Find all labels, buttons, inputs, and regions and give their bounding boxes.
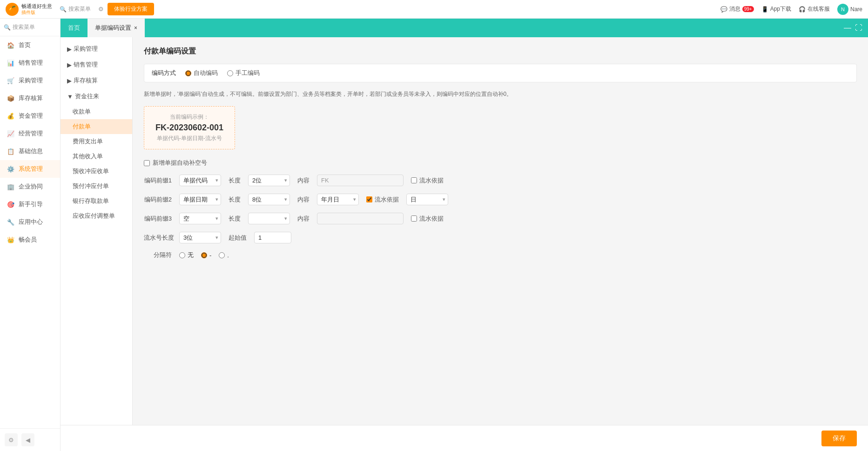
prefix1-label: 编码前缀1 [144,176,172,185]
sidebar-item-basic[interactable]: 📋 基础信息 [0,142,60,160]
chevron-right-icon: ▶ [67,61,72,68]
sub-group-inventory-title[interactable]: ▶ 库存核算 [61,73,132,88]
prefix2-select-wrapper: 单据日期 [179,194,221,205]
sidebar: 🔍 搜索菜单 🏠 首页 📊 销售管理 🛒 采购管理 📦 库存核算 💰 资金管理 … [0,19,61,451]
separator-label: 分隔符 [144,251,172,259]
message-badge: 99+ [742,6,754,12]
sub-group-purchase-title[interactable]: ▶ 采购管理 [61,41,132,57]
tab-home[interactable]: 首页 [61,19,87,37]
prefix2-content-wrapper: 年月日 [317,194,359,205]
download-item[interactable]: 📱 App下载 [761,5,791,13]
sidebar-item-guide[interactable]: 🎯 新手引导 [0,195,60,213]
sub-item-bank[interactable]: 银行存取款单 [61,194,132,209]
save-button[interactable]: 保存 [821,431,857,446]
sidebar-item-member[interactable]: 👑 畅会员 [0,231,60,249]
bottom-bar: 保存 [61,425,868,451]
sub-group-sales: ▶ 销售管理 [61,57,132,73]
prefix2-length-select[interactable]: 8位 [248,194,290,205]
app-center-icon: 🔧 [7,218,15,226]
prefix2-serial-unit-select[interactable]: 日 [406,194,448,205]
prefix1-length-wrapper: 2位 [248,175,290,186]
prefix2-serial-checkbox-input[interactable] [366,196,372,202]
sub-item-expense[interactable]: 费用支出单 [61,134,132,149]
sidebar-item-system[interactable]: ⚙️ 系统管理 [0,160,60,178]
sidebar-item-enterprise[interactable]: 🏢 企业协同 [0,178,60,195]
purchase-icon: 🛒 [7,76,15,85]
sidebar-item-finance[interactable]: 💰 资金管理 [0,107,60,125]
tab-bar: 首页 单据编码设置 × — ⛶ [61,19,868,37]
tab-minimize-button[interactable]: — [844,24,851,32]
prefix1-serial-checkbox-input[interactable] [411,177,417,183]
sidebar-settings-button[interactable]: ⚙ [5,433,18,446]
sub-item-other-income[interactable]: 其他收入单 [61,149,132,164]
separator-dash-radio[interactable]: - [201,252,211,259]
separator-dash-input[interactable] [201,252,207,258]
prefix2-content-select[interactable]: 年月日 [317,194,359,205]
manual-code-radio[interactable]: 手工编码 [227,69,260,77]
separator-none-radio[interactable]: 无 [179,251,194,259]
prefix3-select[interactable]: 空 [179,213,221,224]
sidebar-search[interactable]: 🔍 搜索菜单 [0,19,60,36]
sub-item-prepaid-offset[interactable]: 预收冲应收单 [61,164,132,179]
top-bar-left: 🍊 畅通道好生意 插件版 🔍 搜索菜单 ⚙ 体验行业方案 [6,3,154,16]
enterprise-icon: 🏢 [7,182,15,191]
settings-icon[interactable]: ⚙ [98,6,104,13]
prefix3-select-wrapper: 空 [179,213,221,224]
experience-button[interactable]: 体验行业方案 [108,3,154,15]
user-item[interactable]: N Nare [837,4,862,15]
sub-item-prepayment-offset[interactable]: 预付冲应付单 [61,179,132,194]
sub-item-receipt[interactable]: 收款单 [61,104,132,119]
separator-dot-input[interactable] [219,252,225,258]
sub-item-adjustment[interactable]: 应收应付调整单 [61,209,132,223]
prefix1-length-select[interactable]: 2位 [248,175,290,186]
auto-code-radio-input[interactable] [185,70,191,76]
separator-none-input[interactable] [179,252,185,258]
code-preview-sub: 单据代码-单据日期-流水号 [155,135,223,142]
avatar: N [837,4,848,15]
auto-code-radio[interactable]: 自动编码 [185,69,218,77]
prefix2-length-wrapper: 8位 [248,194,290,205]
code-preview-label: 当前编码示例： [155,113,223,121]
manual-code-radio-input[interactable] [227,70,233,76]
logo-icon: 🍊 [6,3,19,16]
encoding-method-row: 编码方式 自动编码 手工编码 [144,64,857,82]
sub-group-finance: ▼ 资金往来 收款单 付款单 费用支出单 其他收入单 预收冲应收单 预付冲应付单… [61,88,132,223]
sidebar-item-inventory[interactable]: 📦 库存核算 [0,89,60,107]
basic-icon: 📋 [7,147,15,155]
prefix3-length-select[interactable] [248,213,290,224]
prefix2-serial-checkbox[interactable]: 流水依据 [366,195,399,204]
phone-icon: 📱 [761,6,768,13]
sales-icon: 📊 [7,59,15,67]
sub-group-finance-title[interactable]: ▼ 资金往来 [61,88,132,104]
serial-length-select[interactable]: 3位 [179,232,221,243]
tab-encoding-settings[interactable]: 单据编码设置 × [87,19,145,37]
serial-length-label: 流水号长度 [144,234,172,242]
prefix1-select[interactable]: 单据代码 [179,175,221,186]
prefix3-serial-checkbox-input[interactable] [411,215,417,222]
sidebar-item-home[interactable]: 🏠 首页 [0,36,60,54]
tab-expand-button[interactable]: ⛶ [855,24,862,32]
code-preview: 当前编码示例： FK-20230602-001 单据代码-单据日期-流水号 [144,106,235,149]
sidebar-item-purchase[interactable]: 🛒 采购管理 [0,72,60,89]
chevron-right-icon: ▶ [67,77,72,84]
sidebar-collapse-button[interactable]: ◀ [21,433,34,446]
member-icon: 👑 [7,236,15,244]
sidebar-item-sales[interactable]: 📊 销售管理 [0,54,60,72]
message-item[interactable]: 💬 消息 99+ [720,5,754,13]
serial-start-input[interactable] [254,232,291,243]
search-menu[interactable]: 🔍 搜索菜单 [56,5,94,13]
tab-close-icon[interactable]: × [134,25,137,31]
prefix3-length-wrapper [248,213,290,224]
auto-fill-checkbox[interactable] [144,160,150,166]
prefix1-content-input [317,175,404,186]
sub-group-sales-title[interactable]: ▶ 销售管理 [61,57,132,73]
sidebar-item-operation[interactable]: 📈 经营管理 [0,125,60,142]
prefix1-serial-checkbox[interactable]: 流水依据 [411,176,444,185]
prefix1-select-wrapper: 单据代码 [179,175,221,186]
prefix2-select[interactable]: 单据日期 [179,194,221,205]
prefix3-serial-checkbox[interactable]: 流水依据 [411,215,444,223]
service-item[interactable]: 🎧 在线客服 [799,5,830,13]
sidebar-item-app-center[interactable]: 🔧 应用中心 [0,213,60,231]
separator-dot-radio[interactable]: . [219,252,229,259]
sub-item-payment[interactable]: 付款单 [61,119,132,134]
